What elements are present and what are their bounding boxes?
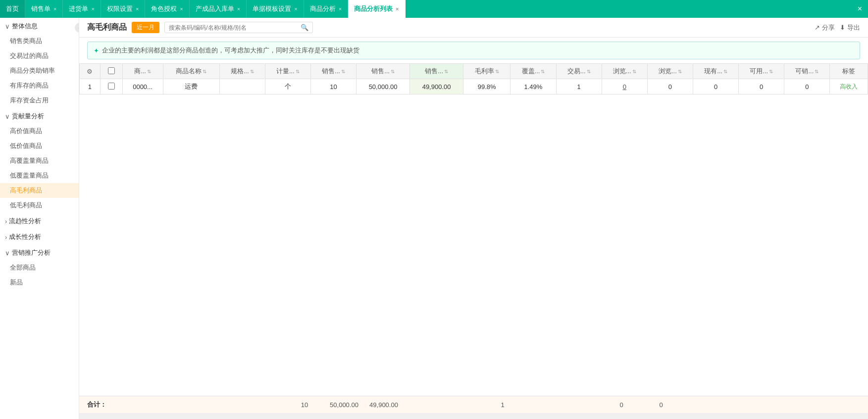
data-table: ⚙ 商...⇅ 商品名称⇅ 规格...⇅ 计量...⇅ 销售...⇅ 销售...… xyxy=(79,63,868,94)
close-analysis-tab[interactable]: × xyxy=(339,6,342,12)
close-analysis-list-tab[interactable]: × xyxy=(396,6,399,12)
share-button[interactable]: ↗ 分享 xyxy=(815,23,835,32)
sort-icon-margin-rate: ⇅ xyxy=(495,69,499,74)
nav-tab-home[interactable]: 首页 xyxy=(0,0,25,18)
footer-label: 合计： xyxy=(87,400,106,409)
search-input[interactable] xyxy=(169,24,301,31)
close-template-tab[interactable]: × xyxy=(294,6,297,12)
sidebar-item-category-rate[interactable]: 商品分类助销率 xyxy=(0,63,79,78)
sort-icon-spec: ⇅ xyxy=(250,69,254,74)
sort-icon-code: ⇅ xyxy=(147,69,151,74)
footer-coverage xyxy=(443,401,483,409)
row-sales-profit: 49,900.00 xyxy=(410,79,463,94)
col-unit[interactable]: 计量...⇅ xyxy=(265,64,310,79)
footer-transaction: 1 xyxy=(483,401,522,409)
footer-margin-rate xyxy=(404,401,443,409)
sidebar-group-overall[interactable]: ∨ 整体信息 xyxy=(0,18,79,34)
col-views2[interactable]: 浏览...⇅ xyxy=(647,64,693,79)
search-icon[interactable]: 🔍 xyxy=(301,24,308,31)
share-icon: ↗ xyxy=(815,24,820,31)
top-nav: 首页 销售单 × 进货单 × 权限设置 × 角色授权 × 产成品入库单 × 单据… xyxy=(0,0,868,18)
sort-icon-views1: ⇅ xyxy=(632,69,636,74)
close-sales-tab[interactable]: × xyxy=(53,6,56,12)
sidebar-item-low-margin[interactable]: 低毛利商品 xyxy=(0,198,79,213)
col-tag[interactable]: 标签 xyxy=(830,64,868,79)
sidebar-item-high-value[interactable]: 高价值商品 xyxy=(0,124,79,139)
export-button[interactable]: ⬇ 导出 xyxy=(840,23,860,32)
row-sales-amount: 50,000.00 xyxy=(357,79,410,94)
nav-tab-template[interactable]: 单据模板设置 × xyxy=(247,0,304,18)
col-current-stock[interactable]: 现有...⇅ xyxy=(693,64,738,79)
col-margin-rate[interactable]: 毛利率⇅ xyxy=(463,64,511,79)
sidebar-item-stocked-goods[interactable]: 有库存的商品 xyxy=(0,78,79,93)
sidebar-group-trend[interactable]: › 流趋性分析 xyxy=(0,213,79,229)
nav-tab-inbound[interactable]: 产成品入库单 × xyxy=(190,0,247,18)
col-views1[interactable]: 浏览...⇅ xyxy=(602,64,647,79)
nav-tab-permission[interactable]: 权限设置 × xyxy=(101,0,145,18)
table-row: 1 0000... 运费 个 10 50,000.00 49,900.00 99… xyxy=(80,79,868,94)
col-saleable[interactable]: 可销...⇅ xyxy=(784,64,830,79)
sort-icon-unit: ⇅ xyxy=(296,69,300,74)
bottom-scrollbar[interactable] xyxy=(79,413,868,419)
footer-empty-3 xyxy=(255,401,285,409)
col-available[interactable]: 可用...⇅ xyxy=(739,64,784,79)
filter-button[interactable]: 近一月 xyxy=(132,22,159,33)
footer-empty-2 xyxy=(215,401,255,409)
sidebar-item-all-goods[interactable]: 全部商品 xyxy=(0,260,79,275)
sidebar-item-traded-goods[interactable]: 交易过的商品 xyxy=(0,48,79,63)
table-wrapper: ⚙ 商...⇅ 商品名称⇅ 规格...⇅ 计量...⇅ 销售...⇅ 销售...… xyxy=(79,63,868,396)
nav-tab-role[interactable]: 角色授权 × xyxy=(145,0,189,18)
nav-tab-analysis[interactable]: 商品分析 × xyxy=(304,0,348,18)
nav-tab-analysis-list[interactable]: 商品分析列表 × xyxy=(348,0,405,18)
row-current-stock: 0 xyxy=(693,79,738,94)
sidebar-item-sales-goods[interactable]: 销售类商品 xyxy=(0,34,79,48)
col-spec[interactable]: 规格...⇅ xyxy=(219,64,265,79)
col-code[interactable]: 商...⇅ xyxy=(122,64,163,79)
sidebar-item-high-coverage[interactable]: 高覆盖量商品 xyxy=(0,153,79,168)
col-sales-amount[interactable]: 销售...⇅ xyxy=(357,64,410,79)
sort-icon-coverage: ⇅ xyxy=(541,69,545,74)
nav-tab-purchase[interactable]: 进货单 × xyxy=(63,0,101,18)
select-all-checkbox[interactable] xyxy=(108,67,115,74)
search-box: 🔍 xyxy=(164,22,313,33)
sidebar-item-stock-capital[interactable]: 库存资金占用 xyxy=(0,93,79,108)
sidebar-item-high-margin[interactable]: 高毛利商品 xyxy=(0,183,79,198)
footer-views1 xyxy=(522,401,562,409)
close-purchase-tab[interactable]: × xyxy=(91,6,94,12)
row-views2: 0 xyxy=(647,79,693,94)
col-name[interactable]: 商品名称⇅ xyxy=(163,64,219,79)
close-permission-tab[interactable]: × xyxy=(136,6,139,12)
col-sales-qty[interactable]: 销售...⇅ xyxy=(310,64,356,79)
row-saleable: 0 xyxy=(784,79,830,94)
footer-available: 0 xyxy=(641,401,681,409)
sidebar: « ∨ 整体信息 销售类商品 交易过的商品 商品分类助销率 有库存的商品 库存资… xyxy=(0,18,79,419)
arrow-icon: ∨ xyxy=(5,23,10,30)
content-header: 高毛利商品 近一月 🔍 ↗ 分享 ⬇ 导出 xyxy=(79,18,868,38)
sort-icon-current-stock: ⇅ xyxy=(723,69,727,74)
col-sales-profit[interactable]: 销售...⇅ xyxy=(410,64,463,79)
row-views1[interactable]: 0 xyxy=(602,79,647,94)
col-checkbox[interactable] xyxy=(100,64,122,79)
col-transaction[interactable]: 交易...⇅ xyxy=(556,64,602,79)
close-inbound-tab[interactable]: × xyxy=(237,6,240,12)
close-all-button[interactable]: × xyxy=(852,4,868,13)
col-coverage[interactable]: 覆盖...⇅ xyxy=(511,64,556,79)
row-name: 运费 xyxy=(163,79,219,94)
info-icon: ✦ xyxy=(94,47,99,54)
sort-icon-name: ⇅ xyxy=(203,69,206,74)
row-tag: 高收入 xyxy=(830,79,868,94)
sidebar-item-low-value[interactable]: 低价值商品 xyxy=(0,139,79,153)
close-role-tab[interactable]: × xyxy=(180,6,183,12)
nav-tab-sales[interactable]: 销售单 × xyxy=(25,0,63,18)
sidebar-group-contribution[interactable]: ∨ 贡献量分析 xyxy=(0,108,79,124)
footer-sales-profit: 49,900.00 xyxy=(364,401,404,409)
sidebar-item-new-goods[interactable]: 新品 xyxy=(0,275,79,290)
col-settings[interactable]: ⚙ xyxy=(80,64,101,79)
sidebar-group-marketing[interactable]: ∨ 营销推广分析 xyxy=(0,244,79,260)
sidebar-group-growth[interactable]: › 成长性分析 xyxy=(0,229,79,244)
sort-icon-sales-amount: ⇅ xyxy=(391,69,395,74)
sort-icon-transaction: ⇅ xyxy=(587,69,591,74)
sidebar-item-low-coverage[interactable]: 低覆盖量商品 xyxy=(0,168,79,183)
footer-views2 xyxy=(562,401,602,409)
row-checkbox[interactable] xyxy=(100,79,122,94)
